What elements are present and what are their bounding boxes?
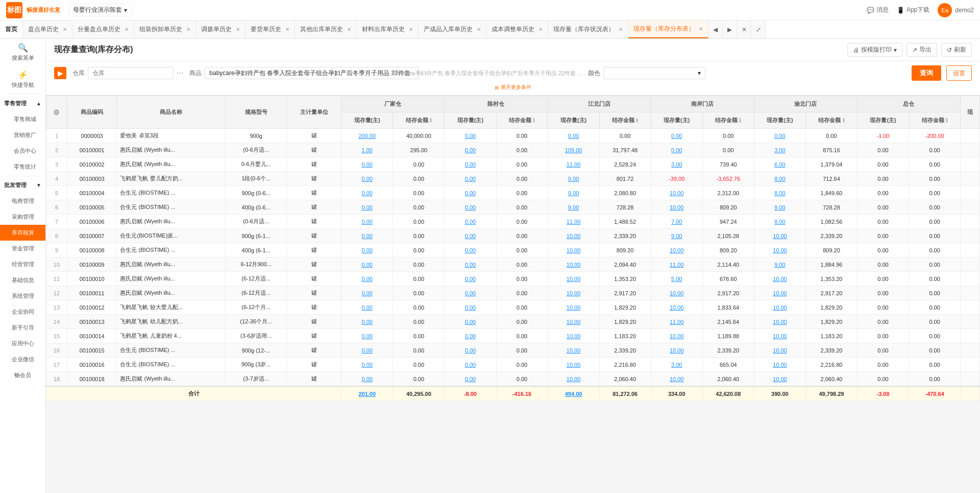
sidebar-item-corp[interactable]: 企业协同 bbox=[0, 304, 45, 320]
tab-close-pandian[interactable]: ✕ bbox=[63, 27, 67, 32]
cell-t-stock[interactable]: 0.00 bbox=[857, 172, 909, 186]
sidebar-item-marketing[interactable]: 营销推广 bbox=[0, 127, 45, 143]
cell-t-stock[interactable]: 0.00 bbox=[857, 272, 909, 286]
query-button[interactable]: 查询 bbox=[912, 65, 941, 81]
sidebar-item-inventory[interactable]: 库存核算 bbox=[0, 225, 45, 241]
cell-f-stock[interactable]: 0.00 bbox=[341, 343, 393, 358]
cell-c-stock[interactable]: 0.00 bbox=[445, 286, 496, 300]
cell-t-stock[interactable]: 0.00 bbox=[857, 358, 909, 372]
tab-xianzailiang[interactable]: 现存量（库存状况表） ✕ bbox=[548, 20, 628, 38]
footer-j-stock[interactable]: 494.00 bbox=[548, 386, 599, 401]
cell-n-stock[interactable]: -39.00 bbox=[651, 172, 702, 186]
tab-close-cailian[interactable]: ✕ bbox=[409, 27, 413, 32]
tab-home[interactable]: 首页 bbox=[0, 20, 23, 38]
sidebar-item-retail[interactable]: 零售管理 ▲ bbox=[0, 96, 45, 111]
cell-t-stock[interactable]: 0.00 bbox=[857, 343, 909, 358]
footer-t-stock[interactable]: -3.00 bbox=[857, 386, 909, 401]
cell-j-stock[interactable]: 10.00 bbox=[548, 300, 599, 315]
cell-f-stock[interactable]: 0.00 bbox=[341, 229, 393, 243]
sidebar-item-search[interactable]: 🔍 搜索英单 bbox=[0, 39, 45, 66]
cell-n-stock[interactable]: 10.00 bbox=[651, 329, 702, 343]
cell-c-stock[interactable]: 0.00 bbox=[445, 172, 496, 186]
sidebar-item-basic[interactable]: 基础信息 bbox=[0, 272, 45, 288]
cell-c-stock[interactable]: 0.00 bbox=[445, 229, 496, 243]
cell-y-stock[interactable]: 10.00 bbox=[754, 243, 805, 257]
cell-c-stock[interactable]: 0.00 bbox=[445, 315, 496, 329]
cell-y-stock[interactable]: 10.00 bbox=[754, 300, 805, 315]
cell-y-stock[interactable]: 10.00 bbox=[754, 272, 805, 286]
tab-diaopo[interactable]: 调拨单历史 ✕ bbox=[196, 20, 246, 38]
tab-qita[interactable]: 其他出库单历史 ✕ bbox=[295, 20, 357, 38]
cell-f-stock[interactable]: 200.00 bbox=[341, 129, 393, 143]
cell-j-stock[interactable]: 10.00 bbox=[548, 286, 599, 300]
cell-c-stock[interactable]: 0.00 bbox=[445, 343, 496, 358]
btn-refresh[interactable]: ↺ 刷新 bbox=[941, 43, 972, 57]
tab-close-diaopo[interactable]: ✕ bbox=[236, 27, 240, 32]
sidebar-item-purchase[interactable]: 采购管理 bbox=[0, 209, 45, 225]
cell-j-stock[interactable]: 10.00 bbox=[548, 358, 599, 372]
tab-pandian[interactable]: 盘点单历史 ✕ bbox=[23, 20, 72, 38]
cell-f-stock[interactable]: 0.00 bbox=[341, 186, 393, 200]
cell-t-stock[interactable]: 0.00 bbox=[857, 157, 909, 172]
cell-n-stock[interactable]: 10.00 bbox=[651, 243, 702, 257]
cell-c-stock[interactable]: 0.00 bbox=[445, 329, 496, 343]
cell-c-stock[interactable]: 0.00 bbox=[445, 272, 496, 286]
cell-y-stock[interactable]: 9.00 bbox=[754, 200, 805, 215]
cell-c-stock[interactable]: 0.00 bbox=[445, 200, 496, 215]
cell-n-stock[interactable]: 10.00 bbox=[651, 286, 702, 300]
cell-f-stock[interactable]: 1.00 bbox=[341, 143, 393, 157]
cell-y-stock[interactable]: 10.00 bbox=[754, 286, 805, 300]
cell-c-stock[interactable]: 0.00 bbox=[445, 143, 496, 157]
footer-f-stock[interactable]: 201.00 bbox=[341, 386, 393, 401]
sidebar-item-vip[interactable]: 畅会员 bbox=[0, 367, 45, 383]
btn-print[interactable]: 🖨 按模版打印 ▾ bbox=[847, 43, 902, 57]
sidebar-item-ecommerce[interactable]: 电商管理 bbox=[0, 193, 45, 209]
cell-t-stock[interactable]: 0.00 bbox=[857, 300, 909, 315]
cell-j-stock[interactable]: 9.00 bbox=[548, 172, 599, 186]
warehouse-more-btn[interactable]: ··· bbox=[177, 68, 183, 78]
cell-f-stock[interactable]: 0.00 bbox=[341, 315, 393, 329]
cell-y-stock[interactable]: 10.00 bbox=[754, 315, 805, 329]
cell-f-stock[interactable]: 0.00 bbox=[341, 286, 393, 300]
tab-cailian[interactable]: 材料出库单历史 ✕ bbox=[357, 20, 419, 38]
cell-t-stock[interactable]: 0.00 bbox=[857, 257, 909, 272]
cell-c-stock[interactable]: 0.00 bbox=[445, 372, 496, 387]
cell-n-stock[interactable]: 10.00 bbox=[651, 343, 702, 358]
cell-y-stock[interactable]: 8.00 bbox=[754, 215, 805, 229]
cell-n-stock[interactable]: 10.00 bbox=[651, 186, 702, 200]
cell-y-stock[interactable]: 10.00 bbox=[754, 229, 805, 243]
btn-export[interactable]: ↗ 导出 bbox=[906, 43, 937, 57]
sidebar-item-ops[interactable]: 经营管理 bbox=[0, 256, 45, 272]
cell-t-stock[interactable]: 0.00 bbox=[857, 286, 909, 300]
tab-nav-expand[interactable]: ⤢ bbox=[751, 20, 766, 38]
sidebar-item-system[interactable]: 系统管理 bbox=[0, 288, 45, 304]
tab-yaohuo[interactable]: 要货单历史 ✕ bbox=[246, 20, 295, 38]
cell-y-stock[interactable]: 10.00 bbox=[754, 372, 805, 387]
tab-close-zuhe[interactable]: ✕ bbox=[186, 27, 190, 32]
sidebar-item-appcenter[interactable]: 应用中心 bbox=[0, 336, 45, 351]
industry-selector[interactable]: 母婴行业演示陈套 ▾ bbox=[68, 4, 132, 16]
cell-t-stock[interactable]: 0.00 bbox=[857, 215, 909, 229]
cell-j-stock[interactable]: 11.00 bbox=[548, 157, 599, 172]
cell-f-stock[interactable]: 0.00 bbox=[341, 358, 393, 372]
cell-t-stock[interactable]: 0.00 bbox=[857, 315, 909, 329]
cell-t-stock[interactable]: 0.00 bbox=[857, 372, 909, 387]
cell-t-stock[interactable]: 0.00 bbox=[857, 186, 909, 200]
cell-y-stock[interactable]: 3.00 bbox=[754, 143, 805, 157]
sidebar-item-guide[interactable]: 新手引导 bbox=[0, 320, 45, 336]
footer-n-stock[interactable]: 334.00 bbox=[651, 386, 702, 401]
cell-j-stock[interactable]: 9.00 bbox=[548, 200, 599, 215]
cell-j-stock[interactable]: 10.00 bbox=[548, 315, 599, 329]
cell-y-stock[interactable]: 8.00 bbox=[754, 172, 805, 186]
cell-n-stock[interactable]: 0.00 bbox=[651, 129, 702, 143]
filter-expand-more[interactable]: ⊞ 展开更多条件 bbox=[54, 84, 972, 91]
cell-n-stock[interactable]: 10.00 bbox=[651, 372, 702, 387]
cell-n-stock[interactable]: 11.00 bbox=[651, 315, 702, 329]
cell-f-stock[interactable]: 0.00 bbox=[341, 272, 393, 286]
cell-f-stock[interactable]: 0.00 bbox=[341, 215, 393, 229]
cell-y-stock[interactable]: 9.00 bbox=[754, 257, 805, 272]
tab-chanliang[interactable]: 产成品入库单历史 ✕ bbox=[419, 20, 486, 38]
cell-j-stock[interactable]: 10.00 bbox=[548, 243, 599, 257]
cell-f-stock[interactable]: 0.00 bbox=[341, 200, 393, 215]
cell-t-stock[interactable]: -1.00 bbox=[857, 129, 909, 143]
